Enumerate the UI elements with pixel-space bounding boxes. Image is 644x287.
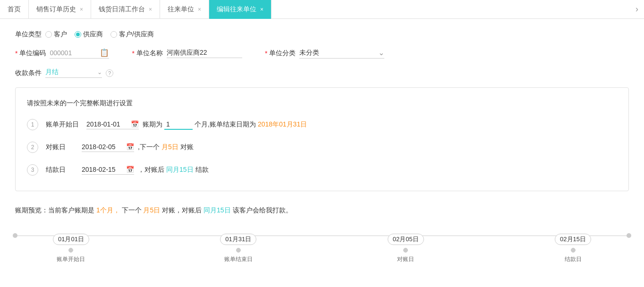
unit-type-radio-group: 客户 供应商 客户/供应商 [45, 30, 154, 39]
tab-expand-button[interactable]: › [630, 4, 644, 14]
unit-category-select[interactable]: 未分类 ⌄ [299, 48, 384, 59]
payment-terms-arrow-icon[interactable]: ⌄ [97, 69, 102, 76]
timeline-wrapper: 01月01日 账单开始日 01月31日 账单结束日 02月05日 对账日 02月… [15, 226, 629, 279]
tab-cash-workbench-label: 钱货日清工作台 [99, 5, 145, 14]
timeline-points: 01月01日 账单开始日 01月31日 账单结束日 02月05日 对账日 02月… [15, 234, 629, 263]
timeline-dot-3 [403, 248, 408, 253]
period-date-1-input[interactable] [86, 120, 129, 128]
tab-home[interactable]: 首页 [0, 0, 29, 19]
period-field-label-2: 对账日 [46, 143, 74, 152]
timeline-badge-4: 02月15日 [555, 234, 591, 245]
timeline-point-4: 02月15日 结款日 [555, 234, 591, 263]
radio-both-label: 客户/供应商 [119, 30, 154, 39]
preview-reconcile-suffix: 对账，对账后 [162, 206, 202, 214]
preview-label: 账期预览：当前客户账期是 [15, 206, 94, 214]
unit-code-star: * [15, 50, 17, 57]
radio-customer-circle [45, 31, 52, 38]
period-number-1: 1 [27, 119, 38, 130]
tab-partner-unit[interactable]: 往来单位 × [160, 0, 209, 19]
period-desc-1-suffix: 个月,账单结束日期为 [195, 120, 256, 129]
unit-type-row: 单位类型 客户 供应商 客户/供应商 [15, 30, 629, 39]
period-box-title: 请按照未来的一个完整帐期进行设置 [27, 99, 617, 108]
period-desc-3: ，对账后 同月15日 结款 [138, 166, 209, 174]
close-partner-unit-icon[interactable]: × [198, 6, 201, 13]
unit-type-label: 单位类型 [15, 30, 42, 39]
tab-edit-partner[interactable]: 编辑往来单位 × [209, 0, 271, 19]
period-desc-3-suffix: 结款 [195, 166, 209, 174]
tab-sales-history[interactable]: 销售订单历史 × [29, 0, 91, 19]
radio-customer-label: 客户 [54, 30, 67, 39]
period-date-2-wrapper: 📅 [82, 143, 134, 152]
unit-category-field: * 单位分类 未分类 ⌄ [265, 48, 384, 59]
radio-supplier[interactable]: 供应商 [75, 30, 103, 39]
timeline-badge-2: 01月31日 [220, 234, 256, 245]
calendar-3-icon[interactable]: 📅 [126, 166, 134, 173]
unit-name-star: * [132, 50, 134, 57]
timeline-badge-1: 01月01日 [53, 234, 89, 245]
preview-end-suffix: 该客户会给我打款。 [233, 206, 292, 214]
unit-code-label: 单位编码 [19, 49, 46, 58]
unit-category-arrow-icon[interactable]: ⌄ [378, 48, 384, 57]
period-desc-2-highlight: 月5日 [161, 143, 178, 152]
payment-terms-dropdown[interactable]: 月结 ⌄ [45, 68, 102, 78]
unit-name-input[interactable] [167, 49, 242, 57]
preview-reconcile-prefix: 下一个 [122, 206, 142, 214]
preview-period-orange: 1个月， [96, 206, 120, 214]
period-date-3-wrapper: 📅 [82, 166, 134, 175]
unit-name-label: 单位名称 [136, 49, 163, 58]
timeline-point-1: 01月01日 账单开始日 [53, 234, 89, 263]
radio-both-circle [110, 31, 117, 38]
period-end-date: 2018年01月31日 [258, 120, 307, 129]
unit-name-field: * 单位名称 [132, 49, 242, 58]
close-edit-partner-icon[interactable]: × [260, 6, 263, 13]
period-date-3-input[interactable] [82, 166, 124, 173]
period-desc-2-prefix: ,下一个 [138, 143, 160, 152]
unit-code-input-wrapper: 📋 [50, 48, 109, 59]
calendar-1-icon[interactable]: 📅 [131, 120, 139, 128]
help-icon[interactable]: ? [106, 69, 113, 77]
period-row-3: 3 结款日 📅 ，对账后 同月15日 结款 [27, 164, 617, 176]
period-desc-3-prefix: ，对账后 [138, 166, 164, 174]
radio-both[interactable]: 客户/供应商 [110, 30, 154, 39]
tab-cash-workbench[interactable]: 钱货日清工作台 × [91, 0, 160, 19]
close-cash-workbench-icon[interactable]: × [149, 6, 152, 13]
period-date-1-wrapper: 📅 [86, 120, 139, 129]
preview-section: 账期预览：当前客户账期是 1个月， 下一个 月5日 对账，对账后 同月15日 该… [15, 199, 629, 279]
payment-terms-label: 收款条件 [15, 69, 42, 77]
unit-category-star: * [265, 50, 267, 57]
unit-category-value: 未分类 [299, 49, 375, 57]
period-row-1: 1 账单开始日 📅 账期为 个月,账单结束日期为 2018年01月31日 [27, 119, 617, 130]
radio-supplier-label: 供应商 [83, 30, 103, 39]
radio-supplier-circle [75, 31, 81, 38]
preview-text: 账期预览：当前客户账期是 1个月， 下一个 月5日 对账，对账后 同月15日 该… [15, 206, 629, 215]
preview-payment-teal: 同月15日 [203, 206, 231, 214]
timeline-label-4: 结款日 [565, 255, 582, 263]
timeline-label-2: 账单结束日 [224, 255, 253, 263]
tab-sales-history-label: 销售订单历史 [36, 5, 76, 14]
tab-home-label: 首页 [8, 5, 21, 14]
main-content: 单位类型 客户 供应商 客户/供应商 * 单位编码 [0, 19, 644, 287]
tab-edit-partner-label: 编辑往来单位 [217, 5, 256, 14]
payment-terms-value: 月结 [45, 68, 94, 76]
tab-partner-unit-label: 往来单位 [168, 5, 194, 14]
period-date-2-input[interactable] [82, 143, 124, 151]
copy-icon[interactable]: 📋 [100, 48, 109, 57]
timeline-badge-3: 02月05日 [388, 234, 424, 245]
period-number-3: 3 [27, 164, 38, 176]
period-month-input[interactable] [164, 119, 193, 130]
payment-terms-field: 收款条件 月结 ⌄ ? [15, 68, 113, 78]
period-desc-2: ,下一个 月5日 对账 [138, 143, 194, 152]
tab-bar: 首页 销售订单历史 × 钱货日清工作台 × 往来单位 × 编辑往来单位 × › [0, 0, 644, 19]
unit-code-input[interactable] [50, 49, 97, 57]
close-sales-history-icon[interactable]: × [80, 6, 83, 13]
calendar-2-icon[interactable]: 📅 [126, 143, 134, 151]
payment-terms-row: 收款条件 月结 ⌄ ? [15, 68, 629, 78]
period-number-2: 2 [27, 142, 38, 153]
timeline-dot-2 [236, 248, 241, 253]
preview-reconcile-orange: 月5日 [143, 206, 160, 214]
period-desc-2-suffix: 对账 [180, 143, 194, 152]
unit-code-field: * 单位编码 📋 [15, 48, 109, 59]
radio-customer[interactable]: 客户 [45, 30, 67, 39]
period-row-2: 2 对账日 📅 ,下一个 月5日 对账 [27, 142, 617, 153]
period-field-label-1: 账单开始日 [46, 120, 79, 129]
